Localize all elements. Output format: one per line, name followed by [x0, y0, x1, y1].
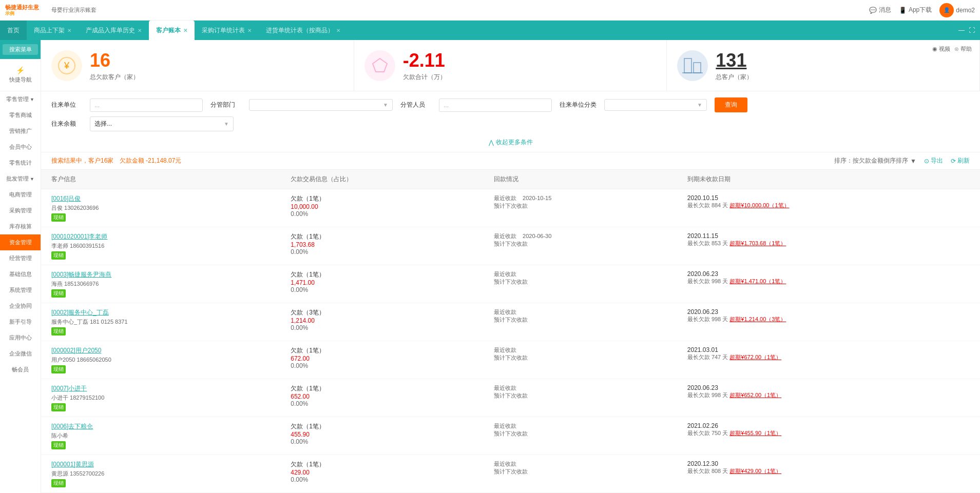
sidebar-item-capital[interactable]: 资金管理 — [0, 234, 41, 250]
tab-product-status[interactable]: 商品上下架 ✕ — [27, 21, 79, 40]
sidebar-item-batch-mgmt[interactable]: 批发管理 ▼ — [0, 171, 41, 187]
sidebar-item-retail-mgmt[interactable]: 零售管理 ▼ — [0, 91, 41, 107]
customer-name-7[interactable]: [000001]黄思源 — [51, 461, 94, 468]
customer-table: 客户信息 欠款交易信息（占比） 回款情况 到期未收款日期 [0016]吕俊 吕俊… — [41, 170, 980, 493]
tab-home[interactable]: 首页 — [0, 21, 27, 40]
sidebar-item-retail-mall[interactable]: 零售商城 — [0, 107, 41, 123]
overdue-amount-5[interactable]: 超期¥652.00（1笔） — [729, 392, 781, 398]
tab-close-purchase-order[interactable]: ✕ — [247, 28, 252, 33]
overdue-amount-1[interactable]: 超期¥1,703.68（1笔） — [729, 240, 786, 246]
overdue-amount-0[interactable]: 超期¥10,000.00（1笔） — [729, 202, 789, 208]
tab-minimize-icon[interactable]: — — [958, 27, 965, 34]
stat-number-total-customers: 131 — [716, 50, 753, 71]
debt-amount-5[interactable]: 652.00 — [291, 393, 473, 400]
sidebar-item-enterprise-wx[interactable]: 企业微信 — [0, 346, 41, 362]
next-payment-label-1: 预计下次收款 — [494, 240, 667, 248]
sidebar-item-label-retail-stat: 零售统计 — [9, 159, 32, 167]
debt-count-5: 欠款（1笔） — [291, 384, 473, 393]
sidebar-item-label-inventory: 库存核算 — [9, 223, 32, 230]
sidebar-item-marketing[interactable]: 营销推广 — [0, 123, 41, 139]
message-btn[interactable]: 💬 消息 — [869, 6, 891, 14]
video-btn[interactable]: ◉ 视频 — [932, 45, 950, 53]
cell-debt-info-0: 欠款（1笔） 10,000.00 0.00% — [280, 189, 484, 227]
dept-label: 分管部门 — [210, 101, 241, 109]
sidebar-item-sys-mgmt[interactable]: 系统管理 — [0, 282, 41, 298]
debt-amount-6[interactable]: 455.90 — [291, 431, 473, 438]
debt-amount-1[interactable]: 1,703.68 — [291, 241, 473, 248]
debt-amount-7[interactable]: 429.00 — [291, 469, 473, 476]
debt-amount-2[interactable]: 1,471.00 — [291, 279, 473, 286]
cell-customer-info-1: [0001020001]李老师 李老师 18600391516 现销 — [41, 227, 280, 265]
tab-customer-account[interactable]: 客户账本 ✕ — [149, 21, 195, 40]
table-header-row: 客户信息 欠款交易信息（占比） 回款情况 到期未收款日期 — [41, 170, 980, 189]
sidebar-item-new-guide[interactable]: 新手引导 — [0, 314, 41, 330]
person-input[interactable]: ... — [439, 98, 552, 112]
debt-count-0: 欠款（1笔） — [291, 194, 473, 203]
sidebar-item-purchase-mgmt[interactable]: 采购管理 — [0, 203, 41, 219]
overdue-amount-6[interactable]: 超期¥455.90（1笔） — [729, 430, 781, 436]
filter-row-1: 往来单位 ... 分管部门 ▼ 分管人员 ... 往来单位分类 — [51, 97, 970, 112]
stat-card-debt-customers: ¥ 16 总欠款客户（家） — [41, 40, 354, 91]
sidebar-item-app-center[interactable]: 应用中心 — [0, 330, 41, 346]
refresh-btn[interactable]: ⟳ 刷新 — [951, 156, 970, 165]
sort-select[interactable]: 排序：按欠款金额倒序排序 ▼ — [834, 156, 916, 165]
debt-percent-1: 0.00% — [291, 248, 473, 255]
sidebar-item-member-center[interactable]: 会员中心 — [0, 139, 41, 155]
customer-name-3[interactable]: [0002]服务中心_丁磊 — [51, 309, 109, 316]
sidebar-item-ecommerce[interactable]: 电商管理 — [0, 187, 41, 203]
collapse-filters-btn[interactable]: ⋀ 收起更多条件 — [51, 135, 970, 149]
tab-expand-icon[interactable]: ⛶ — [969, 27, 975, 34]
customer-name-2[interactable]: [0003]畅捷服务尹海燕 — [51, 271, 111, 278]
cell-customer-info-0: [0016]吕俊 吕俊 13026203696 现销 — [41, 189, 280, 227]
balance-select[interactable]: 选择... ▼ — [90, 116, 234, 131]
help-btn[interactable]: ⊙ 帮助 — [954, 45, 972, 53]
tab-purchase-order[interactable]: 采购订单统计表 ✕ — [195, 21, 259, 40]
search-menu-btn[interactable]: 搜索菜单 — [3, 44, 38, 55]
cell-due-date-2: 2020.06.23 最长欠款 998 天 超期¥1,471.00（1笔） — [677, 265, 980, 303]
unit-category-select[interactable]: ▼ — [604, 99, 707, 111]
sidebar-item-business[interactable]: 经营管理 — [0, 250, 41, 266]
tab-close-customer-account[interactable]: ✕ — [183, 28, 187, 33]
customer-name-0[interactable]: [0016]吕俊 — [51, 195, 81, 202]
overdue-amount-3[interactable]: 超期¥1,214.00（3笔） — [729, 316, 786, 322]
cell-debt-info-2: 欠款（1笔） 1,471.00 0.00% — [280, 265, 484, 303]
tab-purchase-stat[interactable]: 进货单统计表（按商品） ✕ — [259, 21, 348, 40]
overdue-days-5: 最长欠款 998 天 超期¥652.00（1笔） — [687, 391, 970, 399]
sidebar-item-basic-info[interactable]: 基础信息 — [0, 266, 41, 282]
dept-select[interactable]: ▼ — [249, 99, 393, 111]
overdue-amount-7[interactable]: 超期¥429.00（1笔） — [729, 468, 781, 474]
overdue-amount-2[interactable]: 超期¥1,471.00（1笔） — [729, 278, 786, 284]
sidebar-item-retail-stat[interactable]: 零售统计 — [0, 155, 41, 171]
tab-product-history[interactable]: 产成品入库单历史 ✕ — [79, 21, 149, 40]
stat-label-total-customers: 总客户（家） — [716, 73, 753, 82]
sidebar-item-label-app-center: 应用中心 — [9, 334, 32, 342]
results-info: 搜索结果中，客户16家 欠款金额 -21,148.07元 — [51, 156, 181, 165]
svg-marker-2 — [373, 58, 387, 72]
debt-amount-3[interactable]: 1,214.00 — [291, 317, 473, 324]
cell-due-date-6: 2021.02.26 最长欠款 750 天 超期¥455.90（1笔） — [677, 417, 980, 455]
sidebar-item-vip-member[interactable]: 畅会员 — [0, 362, 41, 378]
filter-area: 往来单位 ... 分管部门 ▼ 分管人员 ... 往来单位分类 — [41, 91, 980, 152]
customer-name-1[interactable]: [0001020001]李老师 — [51, 233, 107, 240]
debt-amount-0[interactable]: 10,000.00 — [291, 203, 473, 210]
customer-name-6[interactable]: [0006]去下粮仓 — [51, 423, 93, 430]
stat-icon-money: ¥ — [51, 50, 82, 81]
export-btn[interactable]: ⊙ 导出 — [924, 156, 943, 165]
from-unit-input[interactable]: ... — [90, 98, 203, 112]
download-icon: 📱 — [899, 7, 907, 14]
debt-amount-4[interactable]: 672.00 — [291, 355, 473, 362]
sidebar-item-inventory[interactable]: 库存核算 — [0, 219, 41, 234]
tab-close-product-history[interactable]: ✕ — [138, 28, 142, 33]
customer-name-4[interactable]: [000002]用户2050 — [51, 347, 101, 354]
user-avatar-area[interactable]: 👤 demo2 — [939, 3, 975, 17]
overdue-amount-4[interactable]: 超期¥672.00（1笔） — [729, 354, 781, 360]
sidebar-item-enterprise[interactable]: 企业协同 — [0, 298, 41, 314]
customer-contact-0: 吕俊 13026203696 — [51, 204, 270, 212]
search-button[interactable]: 查询 — [715, 97, 747, 112]
sidebar-item-quick-nav[interactable]: ⚡ 快捷导航 — [0, 62, 41, 88]
sidebar-search-area: 搜索菜单 — [0, 40, 41, 59]
tab-close-purchase-stat[interactable]: ✕ — [336, 28, 340, 33]
tab-close-product-status[interactable]: ✕ — [67, 28, 71, 33]
customer-name-5[interactable]: [0007]小进干 — [51, 385, 87, 392]
app-download-btn[interactable]: 📱 App下载 — [899, 6, 932, 14]
